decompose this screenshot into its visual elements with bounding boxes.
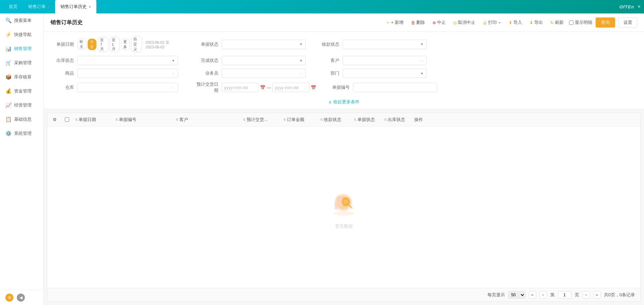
tab-sales-order-close[interactable]: × <box>48 5 50 9</box>
date-btn-7days[interactable]: 近7天 <box>98 37 108 52</box>
salesperson-dots-icon[interactable]: ··· <box>299 71 303 76</box>
th-amount[interactable]: ⇅ 订单金额 <box>281 117 318 123</box>
last-page-button[interactable]: » <box>593 291 601 299</box>
tab-sales-order[interactable]: 销售订单 × <box>23 0 55 13</box>
import-button[interactable]: ⬆ 导入 <box>507 18 524 27</box>
th-date[interactable]: ⇅ 单据日期 <box>73 117 113 123</box>
display-detail-checkbox[interactable]: 显示明细 <box>569 20 592 26</box>
date-range-text: 2023-06-02 至 2023-06-02 <box>145 40 178 49</box>
page-title: 销售订单历史 <box>50 19 83 26</box>
new-icon: ＋ <box>386 20 390 26</box>
filter-label-order-status: 单据状态 <box>195 41 218 47</box>
cancel-stop-button[interactable]: ◎ 取消中止 <box>451 18 477 27</box>
calendar-end-icon[interactable]: 📅 <box>311 85 316 90</box>
tab-home-label: 首页 <box>9 4 17 10</box>
first-page-button[interactable]: « <box>529 291 536 299</box>
calendar-start-icon[interactable]: 📅 <box>260 85 265 90</box>
sidebar-item-system-mgmt[interactable]: ⚙️ 系统管理 <box>0 126 43 141</box>
th-order-status[interactable]: ⇅ 单据状态 <box>352 117 382 123</box>
th-checkbox[interactable] <box>63 117 73 122</box>
sidebar-item-capital-mgmt[interactable]: 💰 资金管理 <box>0 84 43 98</box>
th-out-status[interactable]: ⇅ 出库状态 <box>382 117 412 123</box>
tab-home[interactable]: 首页 <box>3 0 23 13</box>
next-page-button[interactable]: › <box>583 291 590 299</box>
warehouse-input[interactable]: ··· <box>77 83 178 92</box>
sidebar-item-operations-mgmt[interactable]: 📈 经营管理 <box>0 98 43 112</box>
query-button[interactable]: 查询 <box>596 17 615 28</box>
sidebar-item-quick-nav[interactable]: ⚡ 快捷导航 <box>0 28 43 42</box>
refresh-button[interactable]: ↻ 刷新 <box>548 18 566 27</box>
date-btn-yesterday[interactable]: 昨天 <box>77 39 86 50</box>
sidebar-item-sales-mgmt[interactable]: 📊 销售管理 <box>0 42 43 56</box>
empty-illustration <box>327 185 361 219</box>
collapse-label: 收起更多条件 <box>333 99 359 105</box>
basic-info-icon: 📋 <box>5 116 11 122</box>
customer-dots-icon[interactable]: ··· <box>420 58 424 63</box>
search-menu-icon: 🔍 <box>5 17 11 24</box>
delivery-date-placeholder2: yyyy-mm-dd <box>275 85 299 90</box>
settings-gear-icon[interactable]: ⚙ <box>53 117 57 122</box>
salesperson-input[interactable]: ··· <box>222 69 306 78</box>
delivery-date-end[interactable]: yyyy-mm-dd <box>272 83 309 92</box>
page-size-select[interactable]: 50 10 20 100 <box>508 291 525 299</box>
sidebar-label-inventory-calc: 库存核算 <box>14 74 32 80</box>
th-order-no[interactable]: ⇅ 单据编号 <box>113 117 174 123</box>
order-status-select[interactable]: ▼ <box>222 40 306 49</box>
new-button[interactable]: ＋ + 新增 <box>384 18 405 27</box>
th-amount-sort-icon: ⇅ <box>283 118 286 121</box>
system-mgmt-icon: ⚙️ <box>5 130 11 137</box>
order-no-input[interactable] <box>353 83 437 92</box>
date-btn-more[interactable]: 更多 <box>121 39 130 50</box>
sidebar-item-purchase-mgmt[interactable]: 🛒 采购管理 <box>0 56 43 70</box>
print-button[interactable]: 🖨 打印 ▼ <box>481 18 503 27</box>
collapse-filters-row[interactable]: ∧ 收起更多条件 <box>50 97 637 105</box>
complete-status-select[interactable]: ▼ <box>222 56 306 65</box>
th-out-sort-icon: ⇅ <box>384 118 387 121</box>
date-btn-custom[interactable]: 自定义 <box>131 36 142 52</box>
th-customer[interactable]: ⇅ 客户 <box>174 117 241 123</box>
prev-page-icon: ‹ <box>542 292 544 297</box>
date-btn-today[interactable]: 今天 <box>88 39 97 50</box>
complete-status-chevron-icon: ▼ <box>299 59 303 63</box>
prev-page-button[interactable]: ‹ <box>540 291 547 299</box>
out-status-select[interactable]: ▼ <box>77 56 178 65</box>
tab-sales-order-history-close[interactable]: × <box>89 5 91 9</box>
page-size-label: 每页显示 <box>487 292 505 298</box>
th-payment-status[interactable]: ⇅ 收款状态 <box>318 117 352 123</box>
sidebar-label-purchase-mgmt: 采购管理 <box>14 60 32 66</box>
goods-dots-icon[interactable]: ··· <box>171 71 175 76</box>
delivery-date-start[interactable]: yyyy-mm-dd <box>222 83 259 92</box>
warehouse-dots-icon[interactable]: ··· <box>171 85 175 90</box>
export-button[interactable]: ⬇ 导出 <box>527 18 545 27</box>
tab-sales-order-history[interactable]: 销售订单历史 × <box>55 0 96 13</box>
current-page-input[interactable] <box>558 291 571 299</box>
delivery-date-placeholder1: yyyy-mm-dd <box>224 85 248 90</box>
display-detail-input[interactable] <box>569 21 573 25</box>
top-close-button[interactable]: × <box>638 4 641 10</box>
print-label: 打印 <box>488 20 497 26</box>
sidebar-item-search-menu[interactable]: 🔍 搜索菜单 <box>0 13 43 28</box>
sidebar-settings-icon[interactable]: ⚙ <box>5 294 13 302</box>
goods-input[interactable]: ··· <box>77 69 178 78</box>
delete-icon: 🗑 <box>411 20 415 25</box>
th-customer-label: 客户 <box>179 117 188 123</box>
sidebar-item-basic-info[interactable]: 📋 基础信息 <box>0 112 43 126</box>
th-action: 操作 <box>412 117 637 123</box>
th-amount-label: 订单金额 <box>287 117 304 123</box>
settings-button[interactable]: 设置 <box>618 17 637 28</box>
th-delivery[interactable]: ⇅ 预计交货... <box>241 117 281 123</box>
delete-button[interactable]: 🗑 删除 <box>409 18 427 27</box>
customer-input[interactable]: ··· <box>343 56 427 65</box>
print-dropdown-icon[interactable]: ▼ <box>498 21 501 25</box>
sidebar-expand-icon[interactable]: ◀ <box>17 294 25 302</box>
total-text: 共0页，0条记录 <box>604 292 635 298</box>
filter-row-3: 商品 ··· 业务员 ··· 部门 ▼ <box>50 69 637 78</box>
date-btn-1month[interactable]: 近1月 <box>110 37 120 52</box>
sidebar-item-inventory-calc[interactable]: 📦 库存核算 <box>0 70 43 84</box>
stop-button[interactable]: ⊗ 中止 <box>430 18 448 27</box>
payment-status-select[interactable]: ▼ <box>343 40 427 49</box>
department-select[interactable]: ▼ <box>343 69 427 78</box>
select-all-checkbox[interactable] <box>65 117 69 122</box>
page-word: 第 <box>550 292 555 298</box>
th-settings[interactable]: ⚙ <box>51 117 63 122</box>
